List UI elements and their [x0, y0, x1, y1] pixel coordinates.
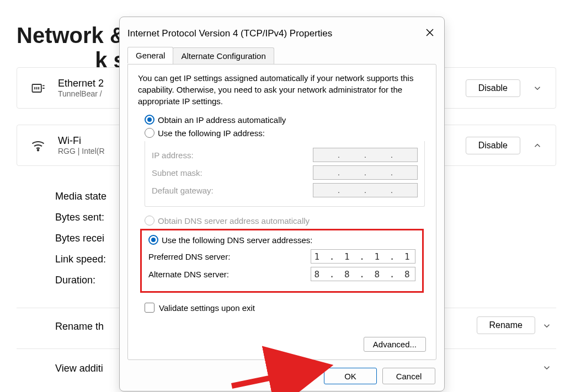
dialog-title: Internet Protocol Version 4 (TCP/IPv4) P… — [127, 28, 332, 39]
validate-label: Validate settings upon exit — [159, 303, 255, 313]
preferred-dns-label: Preferred DNS server: — [148, 252, 230, 261]
rename-label: Rename th — [55, 321, 104, 332]
cancel-button[interactable]: Cancel — [382, 368, 435, 384]
subnet-input: ... — [313, 165, 418, 180]
stat-link-speed: Link speed: — [55, 254, 106, 265]
preferred-dns-input[interactable]: 1 . 1 . 1 . 1 — [311, 249, 415, 264]
wifi-disable-button[interactable]: Disable — [466, 137, 520, 154]
annotation-arrow — [229, 358, 334, 392]
view-additional-label: View additi — [55, 363, 103, 374]
chevron-down-icon — [532, 83, 542, 93]
validate-checkbox[interactable]: Validate settings upon exit — [145, 303, 426, 313]
ipv4-properties-dialog: Internet Protocol Version 4 (TCP/IPv4) P… — [119, 17, 445, 391]
tab-panel-general: You can get IP settings assigned automat… — [127, 64, 436, 360]
stat-media-state: Media state — [55, 191, 106, 202]
radio-dns-manual[interactable]: Use the following DNS server addresses: — [148, 235, 415, 245]
wifi-icon — [30, 138, 46, 153]
alternate-dns-input[interactable]: 8 . 8 . 8 . 8 — [311, 267, 415, 281]
radio-ip-manual-label: Use the following IP address: — [158, 128, 265, 138]
radio-dns-auto-label: Obtain DNS server address automatically — [158, 216, 310, 225]
gateway-input: ... — [313, 183, 418, 197]
dialog-description: You can get IP settings assigned automat… — [138, 72, 426, 107]
tab-general[interactable]: General — [127, 47, 173, 63]
svg-line-4 — [232, 368, 317, 386]
rename-button[interactable]: Rename — [477, 316, 535, 334]
advanced-button[interactable]: Advanced... — [364, 337, 426, 352]
chevron-down-icon — [542, 321, 552, 331]
ip-manual-group: IP address: ... Subnet mask: ... Default… — [145, 141, 425, 207]
radio-dns-auto[interactable]: Obtain DNS server address automatically — [145, 216, 426, 225]
stat-duration: Duration: — [55, 275, 95, 286]
gateway-label: Default gateway: — [152, 186, 214, 195]
title-left: Network & — [17, 23, 132, 47]
radio-ip-auto[interactable]: Obtain an IP address automatically — [145, 115, 426, 125]
stat-bytes-recv: Bytes recei — [55, 233, 104, 244]
subnet-label: Subnet mask: — [152, 168, 202, 178]
svg-point-1 — [38, 149, 39, 151]
tab-alternate[interactable]: Alternate Configuration — [173, 47, 274, 64]
chevron-down-icon — [542, 363, 552, 373]
ip-address-label: IP address: — [152, 151, 194, 160]
dns-manual-highlight: Use the following DNS server addresses: … — [140, 229, 424, 293]
close-icon[interactable] — [422, 25, 438, 40]
chevron-up-icon — [532, 141, 542, 151]
ip-address-input: ... — [313, 148, 418, 162]
ethernet-icon — [30, 80, 46, 96]
radio-ip-manual[interactable]: Use the following IP address: — [145, 128, 426, 138]
ethernet-disable-button[interactable]: Disable — [466, 79, 520, 97]
stat-bytes-sent: Bytes sent: — [55, 212, 104, 223]
radio-ip-auto-label: Obtain an IP address automatically — [158, 115, 286, 125]
alternate-dns-label: Alternate DNS server: — [148, 270, 229, 279]
radio-dns-manual-label: Use the following DNS server addresses: — [162, 235, 312, 245]
